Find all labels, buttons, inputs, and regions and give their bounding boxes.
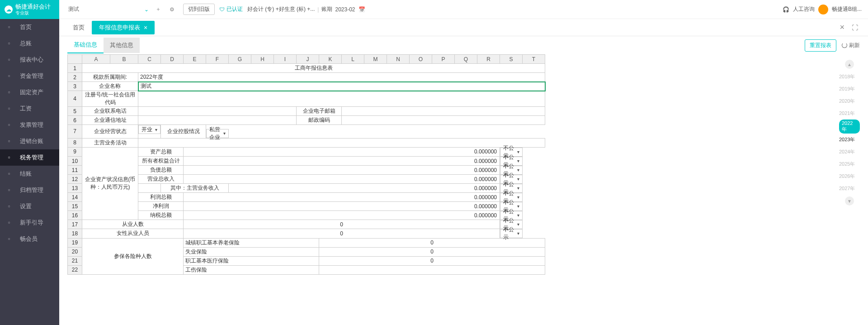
row-header[interactable]: 2 <box>68 73 82 82</box>
cell[interactable]: 企业通信地址 <box>82 116 138 125</box>
switch-old-button[interactable]: 切到旧版 <box>183 4 215 15</box>
year-up-icon[interactable]: ▲ <box>845 60 854 69</box>
col-header[interactable]: T <box>523 55 545 64</box>
cell[interactable]: 0.000000 <box>184 166 500 175</box>
cell[interactable]: 0.000000 <box>184 147 500 157</box>
row-header[interactable]: 21 <box>68 256 82 265</box>
col-header[interactable]: L <box>342 55 364 64</box>
cell[interactable] <box>138 107 297 116</box>
refresh-button[interactable]: 刷新 <box>842 42 860 49</box>
tab-annual-report[interactable]: 年报信息申报表 × <box>92 21 155 34</box>
sidebar-item-10[interactable]: ▫归档管理 <box>0 182 59 198</box>
sidebar-item-0[interactable]: ▫首页 <box>0 19 59 35</box>
cell[interactable]: 负债总额 <box>138 166 184 175</box>
subtab-other[interactable]: 其他信息 <box>104 38 140 53</box>
cell[interactable]: 工伤保险 <box>184 265 319 274</box>
cell[interactable] <box>342 116 545 125</box>
period-value[interactable]: 2023-02 <box>335 6 355 13</box>
sidebar-item-13[interactable]: ▫畅会员 <box>0 231 59 247</box>
row-header[interactable]: 22 <box>68 265 82 274</box>
cell[interactable]: 失业保险 <box>184 247 319 256</box>
fullscreen-icon[interactable]: ⛶ <box>848 24 862 31</box>
cell[interactable]: 企业经营状态 <box>82 125 138 139</box>
cell[interactable]: 0 <box>319 256 545 265</box>
year-option[interactable]: 2019年 <box>839 83 860 95</box>
row-header[interactable]: 20 <box>68 247 82 256</box>
assets-group[interactable]: 企业资产状况信息(币种：人民币万元) <box>82 147 138 220</box>
cell[interactable]: 资产总额 <box>138 147 184 157</box>
cell[interactable]: 注册号/统一社会信用代码 <box>82 91 138 107</box>
row-header[interactable]: 8 <box>68 138 82 147</box>
year-option[interactable]: 2027年 <box>839 182 860 195</box>
company-select[interactable]: 测试 ⌄ <box>66 4 151 15</box>
cell[interactable]: 0 <box>319 247 545 256</box>
cell[interactable] <box>138 91 545 107</box>
cell[interactable]: 其中：主营业务收入 <box>161 184 229 193</box>
cell[interactable]: 企业名称 <box>82 82 138 91</box>
col-header[interactable]: Q <box>455 55 477 64</box>
cell[interactable]: 城镇职工基本养老保险 <box>184 238 319 247</box>
sidebar-item-6[interactable]: ▫发票管理 <box>0 117 59 133</box>
sidebar-item-1[interactable]: ▫总账 <box>0 35 59 52</box>
col-header[interactable]: D <box>161 55 184 64</box>
col-header[interactable]: C <box>138 55 161 64</box>
cell[interactable] <box>319 265 545 274</box>
col-header[interactable]: M <box>364 55 387 64</box>
close-icon[interactable]: × <box>144 24 147 31</box>
year-option[interactable]: 2026年 <box>839 170 860 182</box>
row-header[interactable]: 13 <box>68 184 82 193</box>
cell[interactable] <box>138 184 161 193</box>
col-header[interactable]: O <box>410 55 432 64</box>
sidebar-item-5[interactable]: ▫工资 <box>0 100 59 117</box>
gear-icon[interactable]: ⚙ <box>167 5 177 14</box>
cell[interactable]: 0 <box>184 229 500 239</box>
spreadsheet[interactable]: ABCDEFGHIJKLMNOPQRST 1工商年报信息表2税款所属期间:202… <box>67 54 836 325</box>
year-option[interactable]: 2020年 <box>839 95 860 107</box>
sidebar-item-11[interactable]: ▫设置 <box>0 198 59 215</box>
year-option[interactable]: 2022年 <box>839 119 860 134</box>
dropdown-cell[interactable]: 私营企业 <box>206 129 229 138</box>
cell[interactable]: 0.000000 <box>184 175 500 184</box>
dropdown-cell[interactable]: 不公示 <box>500 229 523 238</box>
row-header[interactable]: 19 <box>68 238 82 247</box>
row-header[interactable]: 14 <box>68 193 82 202</box>
period-label[interactable]: 税款所属期间: <box>82 73 138 82</box>
col-header[interactable]: N <box>387 55 410 64</box>
year-option[interactable]: 2025年 <box>839 158 860 170</box>
cell[interactable]: 营业总收入 <box>138 175 184 184</box>
cell[interactable] <box>138 116 297 125</box>
cell[interactable]: 企业联系电话 <box>82 107 138 116</box>
support-link[interactable]: 人工咨询 <box>793 5 815 13</box>
year-option[interactable]: 2018年 <box>839 71 860 83</box>
year-option[interactable]: 2021年 <box>839 107 860 119</box>
year-down-icon[interactable]: ▼ <box>845 196 854 206</box>
col-header[interactable]: G <box>229 55 251 64</box>
col-header[interactable]: S <box>500 55 523 64</box>
dropdown-cell[interactable]: 开业 <box>138 125 160 134</box>
sheet-title[interactable]: 工商年报信息表 <box>82 64 545 73</box>
row-header[interactable]: 4 <box>68 91 82 107</box>
cell[interactable]: 所有者权益合计 <box>138 157 184 166</box>
cell[interactable]: 0.000000 <box>229 184 500 193</box>
col-header[interactable]: E <box>184 55 206 64</box>
period-value[interactable]: 2022年度 <box>138 73 545 82</box>
cell[interactable]: 企业控股情况 <box>161 125 206 139</box>
col-header[interactable]: P <box>432 55 455 64</box>
headset-icon[interactable]: 🎧 <box>781 5 791 14</box>
avatar[interactable] <box>818 5 828 14</box>
row-header[interactable]: 7 <box>68 125 82 139</box>
sidebar-item-2[interactable]: ▫报表中心 <box>0 52 59 68</box>
sidebar-item-9[interactable]: ▫结账 <box>0 166 59 182</box>
col-header[interactable]: B <box>110 55 138 64</box>
cell[interactable]: 从业人数 <box>82 220 184 229</box>
cell[interactable]: 0.000000 <box>184 202 500 211</box>
cell[interactable] <box>342 107 545 116</box>
row-header[interactable]: 5 <box>68 107 82 116</box>
cell[interactable]: 0 <box>184 220 500 229</box>
row-header[interactable]: 3 <box>68 82 82 91</box>
row-header[interactable]: 1 <box>68 64 82 73</box>
row-header[interactable]: 6 <box>68 116 82 125</box>
col-header[interactable]: F <box>206 55 229 64</box>
cell[interactable]: 女性从业人员 <box>82 229 184 239</box>
col-header[interactable]: K <box>319 55 342 64</box>
